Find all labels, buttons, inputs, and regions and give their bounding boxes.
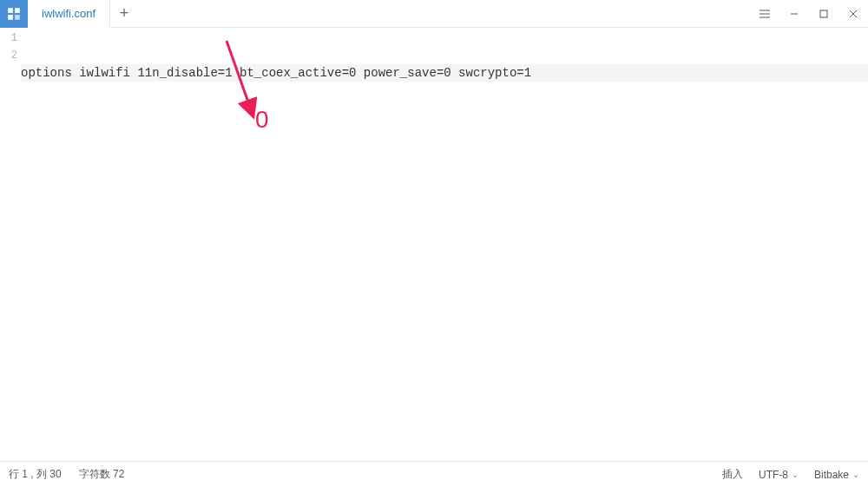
plus-icon: + <box>120 4 129 23</box>
hamburger-menu-button[interactable] <box>750 0 779 28</box>
line-gutter: 1 2 <box>0 28 21 461</box>
code-line[interactable] <box>21 116 868 134</box>
window-controls <box>779 0 868 27</box>
code-content[interactable]: options iwlwifi 11n_disable=1 bt_coex_ac… <box>21 28 868 461</box>
insert-mode[interactable]: 插入 <box>722 467 743 482</box>
new-tab-button[interactable]: + <box>110 0 138 27</box>
cursor-position[interactable]: 行 1 , 列 30 <box>9 467 62 482</box>
app-logo-icon <box>6 6 22 22</box>
code-line[interactable]: options iwlwifi 11n_disable=1 bt_coex_ac… <box>21 64 868 82</box>
editor-area[interactable]: 1 2 options iwlwifi 11n_disable=1 bt_coe… <box>0 28 868 461</box>
maximize-button[interactable] <box>809 0 838 28</box>
char-count[interactable]: 字符数 72 <box>79 467 125 482</box>
svg-rect-0 <box>8 8 13 13</box>
line-number: 2 <box>0 47 17 64</box>
svg-rect-1 <box>15 8 20 13</box>
tab-title: iwlwifi.conf <box>42 7 95 20</box>
svg-rect-2 <box>8 15 13 20</box>
close-button[interactable] <box>838 0 868 28</box>
statusbar: 行 1 , 列 30 字符数 72 插入 UTF-8 ⌄ Bitbake ⌄ <box>0 461 868 487</box>
chevron-down-icon: ⌄ <box>852 470 859 479</box>
chevron-down-icon: ⌄ <box>792 470 799 479</box>
line-number: 1 <box>0 30 17 47</box>
insert-mode-label: 插入 <box>722 467 743 482</box>
hamburger-icon <box>759 8 771 20</box>
svg-rect-4 <box>820 10 827 17</box>
minimize-icon <box>789 9 799 19</box>
titlebar-spacer <box>138 0 750 27</box>
svg-rect-3 <box>15 15 20 20</box>
encoding-selector[interactable]: UTF-8 ⌄ <box>759 469 799 481</box>
maximize-icon <box>819 9 829 19</box>
tab-iwlwifi-conf[interactable]: iwlwifi.conf <box>28 0 110 28</box>
app-icon[interactable] <box>0 0 28 28</box>
titlebar: iwlwifi.conf + <box>0 0 868 28</box>
close-icon <box>848 9 858 19</box>
encoding-label: UTF-8 <box>759 469 788 481</box>
minimize-button[interactable] <box>779 0 809 28</box>
syntax-selector[interactable]: Bitbake ⌄ <box>814 469 859 481</box>
syntax-label: Bitbake <box>814 469 849 481</box>
